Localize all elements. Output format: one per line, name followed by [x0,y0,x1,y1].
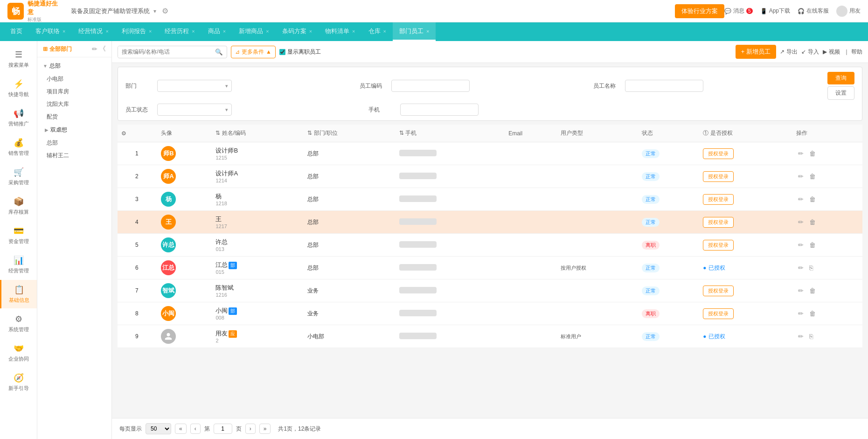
help-btn[interactable]: ｜ 帮助 [844,48,862,56]
auth-btn[interactable]: 授权登录 [703,308,734,319]
copy-btn[interactable]: ⎘ [807,263,815,272]
dept-tree-child-shenyang[interactable]: 沈阳大库 [37,98,111,111]
sidebar-item-sales[interactable]: 💰 销售管理 [0,133,37,161]
phone-input[interactable] [400,104,479,116]
delete-btn[interactable]: 🗑 [807,309,818,318]
auth-btn[interactable]: 授权登录 [703,217,734,228]
status-select[interactable] [157,104,232,116]
delete-btn[interactable]: 🗑 [807,172,818,181]
dept-tree-child-electronics[interactable]: 小电部 [37,73,111,85]
dept-tree-item-double[interactable]: ▶ 双虐想 [37,123,111,137]
show-resigned-checkbox[interactable] [279,49,285,55]
dept-all[interactable]: ⊞ 全部部门 [43,45,72,53]
search-btn[interactable]: 🔍 [211,46,227,58]
tab-operation-close[interactable]: × [105,28,108,34]
tab-barcode[interactable]: 条码方案 × [276,22,319,41]
edit-btn[interactable]: ✏ [796,172,806,181]
tab-profit[interactable]: 利润报告 × [115,22,158,41]
tab-customer-close[interactable]: × [62,28,65,34]
sidebar-item-guide[interactable]: 🧭 新手引导 [0,368,37,397]
online-service-btn[interactable]: 🎧 在线客服 [798,7,829,15]
sidebar-item-inventory[interactable]: 📦 库存核算 [0,192,37,220]
sidebar-item-search[interactable]: ☰ 搜索菜单 [0,45,37,73]
edit-btn[interactable]: ✏ [796,286,806,295]
user-btn[interactable]: 用友 [836,6,861,17]
first-page-btn[interactable]: « [175,424,187,434]
tab-warehouse[interactable]: 仓库 × [362,22,393,41]
page-input[interactable] [214,424,232,434]
search-input[interactable] [118,46,211,57]
dept-select[interactable] [157,80,232,92]
tab-add-goods-close[interactable]: × [266,28,269,34]
edit-btn[interactable]: ✏ [796,149,806,158]
tab-add-goods[interactable]: 新增商品 × [232,22,275,41]
delete-btn[interactable]: 🗑 [807,217,818,227]
page-size-select[interactable]: 50 100 [146,423,171,434]
gear-icon[interactable]: ⚙ [162,7,168,15]
delete-btn[interactable]: 🗑 [807,240,818,250]
sidebar-item-marketing[interactable]: 📢 营销推广 [0,104,37,132]
tab-profit-close[interactable]: × [149,28,152,34]
query-btn[interactable]: 查询 [827,72,854,84]
more-filter-btn[interactable]: ⊿ 更多条件 ▲ [231,46,276,58]
dept-tree-child-project[interactable]: 项目库房 [37,85,111,98]
delete-btn[interactable]: 🗑 [807,195,818,204]
sidebar-item-shortcut[interactable]: ⚡ 快捷导航 [0,74,37,103]
show-resigned-label[interactable]: 显示离职员工 [279,48,321,56]
edit-btn[interactable]: ✏ [796,240,806,250]
edit-btn[interactable]: ✏ [796,332,806,341]
tab-barcode-close[interactable]: × [309,28,312,34]
dept-tree-child-fuzhu[interactable]: 辅村王二 [37,149,111,162]
copy-btn[interactable]: ⎘ [807,332,815,341]
tab-history[interactable]: 经营历程 × [158,22,201,41]
edit-btn[interactable]: ✏ [796,309,806,318]
prev-page-btn[interactable]: ‹ [190,424,201,434]
tab-employees[interactable]: 部门员工 × [393,22,436,41]
sidebar-item-basic[interactable]: 📋 基础信息 [0,280,37,308]
tab-goods[interactable]: 商品 × [201,22,232,41]
app-download-btn[interactable]: 📱 App下载 [760,7,790,15]
auth-btn[interactable]: 授权登录 [703,194,734,205]
next-page-btn[interactable]: › [245,424,256,434]
auth-btn[interactable]: 授权登录 [703,240,734,251]
sidebar-item-finance[interactable]: 💳 资金管理 [0,221,37,250]
edit-btn[interactable]: ✏ [796,217,806,227]
sidebar-item-collab[interactable]: 🤝 企业协同 [0,339,37,367]
import-btn[interactable]: ↙ 导入 [801,48,819,56]
tab-employees-close[interactable]: × [426,28,429,34]
sidebar-item-purchase[interactable]: 🛒 采购管理 [0,162,37,191]
dept-tree-child-delivery[interactable]: 配货 [37,111,111,123]
delete-btn[interactable]: 🗑 [807,149,818,158]
tab-history-close[interactable]: × [192,28,194,34]
employee-name-input[interactable] [625,80,703,92]
delete-btn[interactable]: 🗑 [807,286,818,295]
tab-customer[interactable]: 客户联络 × [29,22,72,41]
add-employee-btn[interactable]: + 新增员工 [736,45,776,59]
sidebar-item-operation[interactable]: 📊 经营管理 [0,251,37,279]
dept-tree-item-headquarters[interactable]: ▼ 总部 [37,59,111,73]
edit-btn[interactable]: ✏ [796,263,806,272]
dept-tree-child-hq[interactable]: 总部 [37,137,111,149]
employee-code-input[interactable] [391,80,470,92]
trial-btn[interactable]: 体验行业方案 [675,4,724,18]
tab-goods-close[interactable]: × [223,28,226,34]
dept-edit-btn[interactable]: ✏ [92,45,97,53]
reset-btn[interactable]: 设置 [827,86,854,100]
dropdown-icon[interactable]: ▾ [153,8,156,14]
tab-warehouse-close[interactable]: × [383,28,386,34]
last-page-btn[interactable]: » [259,424,271,434]
view-btn[interactable]: ▶ 视频 [823,48,840,56]
edit-btn[interactable]: ✏ [796,195,806,204]
auth-btn[interactable]: 授权登录 [703,286,734,296]
sidebar-item-system[interactable]: ⚙ 系统管理 [0,309,37,338]
export-btn[interactable]: ↗ 导出 [780,48,798,56]
tab-home[interactable]: 首页 [4,22,29,41]
tab-operation[interactable]: 经营情况 × [72,22,115,41]
message-btn[interactable]: 💬 消息 5 [724,7,753,15]
tab-bom[interactable]: 物料清单 × [319,22,361,41]
tab-bom-close[interactable]: × [352,28,355,34]
name-code: 设计师A 1214 [215,169,300,183]
dept-collapse-btn[interactable]: 《 [99,45,106,53]
auth-btn[interactable]: 授权登录 [703,171,734,182]
auth-btn[interactable]: 授权登录 [703,148,734,159]
